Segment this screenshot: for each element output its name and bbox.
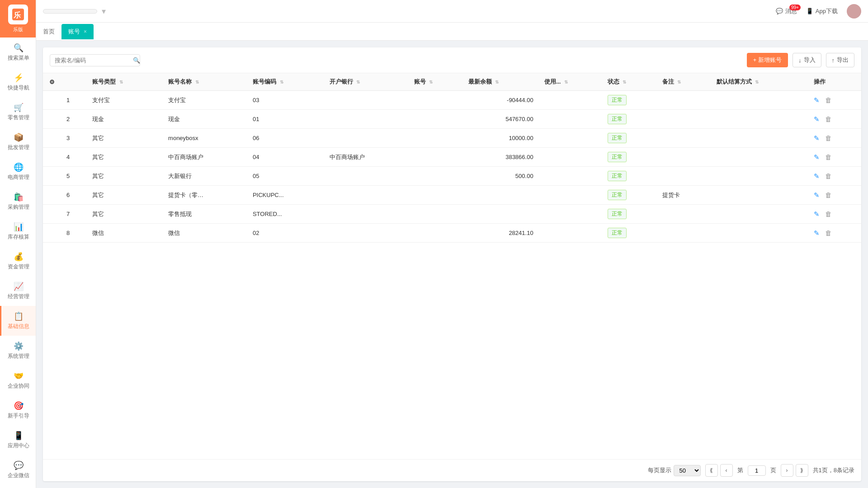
edit-button[interactable]: ✎	[814, 115, 820, 123]
row-gear	[43, 129, 61, 148]
toolbar-right: + 新增账号 ↓ 导入 ↑ 导出	[747, 53, 854, 67]
sidebar-item-ecommerce-mgmt[interactable]: 🌐电商管理	[0, 157, 36, 187]
col-account[interactable]: 账号 ⇅	[409, 73, 463, 91]
sidebar-item-finance-mgmt[interactable]: 💰资金管理	[0, 246, 36, 276]
col-balance[interactable]: 最新余额 ⇅	[463, 73, 539, 91]
sidebar-item-members[interactable]: 👑畅会员	[0, 485, 36, 488]
delete-button[interactable]: 🗑	[825, 210, 832, 218]
sidebar-item-enterprise-wechat[interactable]: 💬企业微信	[0, 455, 36, 485]
delete-button[interactable]: 🗑	[825, 134, 832, 142]
prev-page-button[interactable]: ‹	[720, 464, 733, 477]
sidebar-item-newbie-guide[interactable]: 🎯新手引导	[0, 395, 36, 425]
sidebar-item-quick-nav[interactable]: ⚡快捷导航	[0, 67, 36, 97]
sidebar-item-ops-mgmt[interactable]: 📈经营管理	[0, 276, 36, 306]
col-gear[interactable]: ⚙	[43, 73, 61, 91]
edit-button[interactable]: ✎	[814, 153, 820, 161]
last-page-button[interactable]: ⟫	[796, 464, 808, 477]
row-balance: -90444.00	[463, 91, 539, 110]
sidebar-icon-search-menu: 🔍	[14, 43, 24, 53]
col-remark[interactable]: 备注 ⇅	[657, 73, 711, 91]
next-page-button[interactable]: ›	[781, 464, 793, 477]
row-action: ✎ 🗑	[808, 205, 861, 224]
row-index: 2	[61, 110, 87, 129]
sidebar-item-app-center[interactable]: 📱应用中心	[0, 425, 36, 455]
page-size-dropdown[interactable]: 50 20 100	[674, 465, 701, 476]
col-name[interactable]: 账号名称 ⇅	[163, 73, 247, 91]
sidebar-item-wholesale-mgmt[interactable]: 📦批发管理	[0, 127, 36, 157]
delete-button[interactable]: 🗑	[825, 229, 832, 237]
row-remark	[657, 148, 711, 167]
col-usage[interactable]: 使用... ⇅	[539, 73, 602, 91]
delete-button[interactable]: 🗑	[825, 191, 832, 199]
page-number-input[interactable]	[748, 465, 766, 476]
row-remark	[657, 91, 711, 110]
row-balance: 28241.10	[463, 224, 539, 243]
tab-accounts[interactable]: 账号 ×	[61, 24, 94, 39]
tab-home[interactable]: 首页	[36, 24, 61, 39]
sidebar-item-inventory[interactable]: 📊库存核算	[0, 216, 36, 246]
account-search-box[interactable]: 🔍	[50, 54, 140, 66]
row-action: ✎ 🗑	[808, 167, 861, 186]
edit-button[interactable]: ✎	[814, 134, 820, 142]
sidebar-item-search-menu[interactable]: 🔍搜索菜单	[0, 38, 36, 67]
messages-button[interactable]: 💬 消息 99+	[776, 7, 797, 15]
edit-button[interactable]: ✎	[814, 210, 820, 218]
add-account-button[interactable]: + 新增账号	[747, 53, 788, 67]
app-download-button[interactable]: 📱 App下载	[806, 7, 838, 15]
row-index: 5	[61, 167, 87, 186]
messages-badge: 99+	[789, 5, 801, 10]
row-type: 微信	[87, 224, 163, 243]
sidebar-icon-system-mgmt: ⚙️	[14, 341, 24, 351]
app-logo[interactable]: 乐 乐版	[0, 0, 36, 38]
col-index	[61, 73, 87, 91]
sidebar-label-basic-info: 基础信息	[8, 323, 29, 330]
import-button[interactable]: ↓ 导入	[793, 53, 821, 67]
row-index: 1	[61, 91, 87, 110]
col-settlement[interactable]: 默认结算方式 ⇅	[711, 73, 809, 91]
row-bank	[324, 129, 409, 148]
panel-toolbar: 🔍 + 新增账号 ↓ 导入 ↑ 导出	[43, 47, 861, 73]
row-account	[409, 167, 463, 186]
sidebar-label-wholesale-mgmt: 批发管理	[8, 144, 29, 151]
col-code[interactable]: 账号编码 ⇅	[247, 73, 324, 91]
delete-button[interactable]: 🗑	[825, 96, 832, 104]
sidebar-item-enterprise-agreement[interactable]: 🤝企业协同	[0, 366, 36, 395]
sidebar-item-retail-mgmt[interactable]: 🛒零售管理	[0, 97, 36, 127]
sidebar-label-newbie-guide: 新手引导	[8, 412, 29, 420]
edit-button[interactable]: ✎	[814, 96, 820, 104]
col-status[interactable]: 状态 ⇅	[602, 73, 657, 91]
tab-accounts-label: 账号	[68, 28, 80, 36]
row-usage	[539, 224, 602, 243]
row-action: ✎ 🗑	[808, 129, 861, 148]
sidebar-icon-ecommerce-mgmt: 🌐	[14, 162, 24, 172]
row-remark	[657, 224, 711, 243]
topbar-dropdown-icon[interactable]: ▾	[102, 6, 106, 16]
row-usage	[539, 129, 602, 148]
edit-button[interactable]: ✎	[814, 191, 820, 199]
export-button[interactable]: ↑ 导出	[826, 53, 855, 67]
delete-button[interactable]: 🗑	[825, 153, 832, 161]
table-row: 7 其它 零售抵现 STORED... 正常 ✎ 🗑	[43, 205, 861, 224]
sidebar-icon-enterprise-agreement: 🤝	[14, 371, 24, 381]
col-type[interactable]: 账号类型 ⇅	[87, 73, 163, 91]
sidebar-label-system-mgmt: 系统管理	[8, 352, 29, 360]
first-page-button[interactable]: ⟪	[705, 464, 718, 477]
page-size-select[interactable]: 每页显示 50 20 100	[648, 465, 701, 476]
edit-button[interactable]: ✎	[814, 229, 820, 237]
delete-button[interactable]: 🗑	[825, 172, 832, 180]
row-status: 正常	[602, 110, 657, 129]
row-bank	[324, 205, 409, 224]
row-settlement	[711, 110, 809, 129]
sidebar-item-system-mgmt[interactable]: ⚙️系统管理	[0, 336, 36, 366]
account-search-input[interactable]	[55, 57, 131, 64]
sidebar-item-basic-info[interactable]: 📋基础信息	[0, 306, 36, 336]
delete-button[interactable]: 🗑	[825, 115, 832, 123]
row-settlement	[711, 186, 809, 205]
tab-accounts-close[interactable]: ×	[84, 28, 87, 35]
col-bank[interactable]: 开户银行 ⇅	[324, 73, 409, 91]
row-settlement	[711, 224, 809, 243]
sidebar-item-purchase-mgmt[interactable]: 🛍️采购管理	[0, 187, 36, 216]
edit-button[interactable]: ✎	[814, 172, 820, 180]
user-avatar[interactable]	[847, 4, 861, 19]
sidebar-label-enterprise-agreement: 企业协同	[8, 382, 29, 390]
